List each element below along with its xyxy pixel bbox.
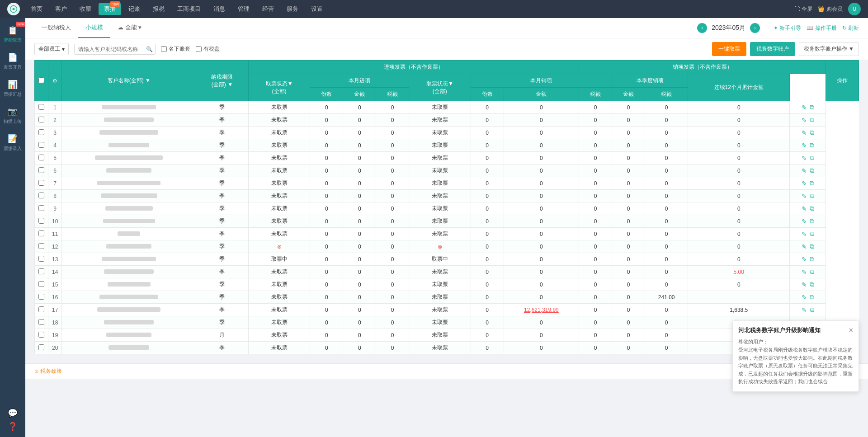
tab-一般纳税人[interactable]: 一般纳税人 bbox=[34, 18, 78, 38]
copy-icon[interactable]: ⧉ bbox=[810, 255, 814, 263]
select-all-checkbox[interactable] bbox=[38, 77, 44, 83]
copy-icon[interactable]: ⧉ bbox=[810, 268, 814, 276]
nav-business[interactable]: 工商项目 bbox=[172, 3, 206, 15]
settings-col-icon[interactable]: ⚙ bbox=[52, 78, 57, 84]
row-checkbox[interactable] bbox=[38, 129, 44, 135]
copy-icon[interactable]: ⧉ bbox=[810, 306, 814, 314]
row-checkbox[interactable] bbox=[38, 155, 44, 160]
copy-icon[interactable]: ⧉ bbox=[810, 103, 814, 111]
row-checkbox[interactable] bbox=[38, 306, 44, 312]
row-checkbox[interactable] bbox=[38, 294, 44, 300]
tax-policy-link[interactable]: ⊙ 税务政策 bbox=[34, 367, 62, 375]
fullscreen-btn[interactable]: ⛶ 全屏 bbox=[794, 5, 812, 13]
nav-invoice[interactable]: 票据 new bbox=[99, 3, 121, 15]
edit-icon[interactable]: ✎ bbox=[802, 193, 807, 200]
edit-icon[interactable]: ✎ bbox=[802, 230, 807, 238]
nav-receive[interactable]: 收票 bbox=[74, 3, 97, 15]
refresh-link[interactable]: ↻ 刷新 bbox=[842, 24, 859, 32]
sidebar-item-票据汇总[interactable]: 📊 票据汇总 bbox=[0, 76, 25, 101]
prev-month-btn[interactable]: ‹ bbox=[697, 23, 707, 33]
copy-icon[interactable]: ⧉ bbox=[810, 167, 814, 174]
copy-icon[interactable]: ⧉ bbox=[810, 129, 814, 136]
copy-icon[interactable]: ⧉ bbox=[810, 116, 814, 124]
nav-tax[interactable]: 报税 bbox=[147, 3, 170, 15]
check-xiamingxi-label[interactable]: 名下账套 bbox=[161, 45, 190, 53]
nav-settings[interactable]: 设置 bbox=[306, 3, 328, 15]
edit-icon[interactable]: ✎ bbox=[802, 306, 807, 314]
check-youshuipan[interactable] bbox=[196, 46, 202, 52]
row-in-tax: 0 bbox=[376, 152, 409, 164]
row-checkbox[interactable] bbox=[38, 205, 44, 211]
guide-link[interactable]: ✦ 新手引导 bbox=[774, 24, 801, 32]
shuiwu-action-btn[interactable]: 税务数字账户操作 ▼ bbox=[799, 42, 859, 56]
sidebar-item-发票开具[interactable]: 📄 发票开具 bbox=[0, 49, 25, 74]
row-checkbox[interactable] bbox=[38, 281, 44, 287]
user-avatar[interactable]: U bbox=[848, 3, 861, 15]
tab-小规模[interactable]: 小规模 bbox=[78, 18, 110, 38]
edit-icon[interactable]: ✎ bbox=[802, 205, 807, 212]
row-checkbox[interactable] bbox=[38, 243, 44, 249]
edit-icon[interactable]: ✎ bbox=[802, 142, 807, 149]
shuiwu-zhanghu-btn[interactable]: 税务数字账户 bbox=[750, 42, 795, 56]
row-checkbox[interactable] bbox=[38, 104, 44, 110]
row-checkbox[interactable] bbox=[38, 218, 44, 224]
copy-icon[interactable]: ⧉ bbox=[810, 154, 814, 162]
nav-message[interactable]: 消息 bbox=[208, 3, 231, 15]
search-icon[interactable]: 🔍 bbox=[146, 46, 153, 52]
edit-icon[interactable]: ✎ bbox=[802, 268, 807, 276]
manual-link[interactable]: 📖 操作手册 bbox=[807, 24, 836, 32]
copy-icon[interactable]: ⧉ bbox=[810, 205, 814, 212]
row-checkbox[interactable] bbox=[38, 332, 44, 338]
copy-icon[interactable]: ⧉ bbox=[810, 217, 814, 225]
row-checkbox[interactable] bbox=[38, 142, 44, 148]
nav-service[interactable]: 服务 bbox=[281, 3, 304, 15]
employee-select[interactable]: 全部员工 ▾ bbox=[34, 43, 69, 55]
copy-icon[interactable]: ⧉ bbox=[810, 243, 814, 250]
edit-icon[interactable]: ✎ bbox=[802, 129, 807, 136]
row-checkbox[interactable] bbox=[38, 193, 44, 198]
edit-icon[interactable]: ✎ bbox=[802, 243, 807, 250]
row-checkbox[interactable] bbox=[38, 167, 44, 173]
edit-icon[interactable]: ✎ bbox=[802, 218, 807, 225]
check-xiamingxi[interactable] bbox=[161, 46, 167, 52]
member-btn[interactable]: 👑 购会员 bbox=[818, 5, 843, 13]
check-youshuipan-label[interactable]: 有税盘 bbox=[196, 45, 220, 53]
row-checkbox[interactable] bbox=[38, 180, 44, 186]
copy-icon[interactable]: ⧉ bbox=[810, 179, 814, 187]
nav-operation[interactable]: 经营 bbox=[257, 3, 279, 15]
next-month-btn[interactable]: › bbox=[750, 23, 760, 33]
edit-icon[interactable]: ✎ bbox=[802, 104, 807, 111]
customer-search-input[interactable] bbox=[74, 44, 156, 55]
yijian-qupiao-btn[interactable]: 一键取票 bbox=[712, 42, 746, 56]
copy-icon[interactable]: ⧉ bbox=[810, 230, 814, 238]
help-bottom-icon[interactable]: ❓ bbox=[8, 422, 18, 432]
edit-icon[interactable]: ✎ bbox=[802, 167, 807, 174]
row-checkbox[interactable] bbox=[38, 268, 44, 274]
message-bottom-icon[interactable]: 💬 bbox=[8, 408, 18, 418]
edit-icon[interactable]: ✎ bbox=[802, 281, 807, 288]
sidebar-item-扫描上传[interactable]: 📷 扫描上传 bbox=[0, 103, 25, 128]
nav-home[interactable]: 首页 bbox=[25, 3, 48, 15]
copy-icon[interactable]: ⧉ bbox=[810, 281, 814, 288]
row-checkbox[interactable] bbox=[38, 319, 44, 325]
tab-全能[interactable]: ☁ 全能 ▾ bbox=[110, 18, 149, 38]
sidebar-item-票据录入[interactable]: 📝 票据录入 bbox=[0, 130, 25, 155]
copy-icon[interactable]: ⧉ bbox=[810, 192, 814, 200]
edit-icon[interactable]: ✎ bbox=[802, 180, 807, 187]
row-num: 4 bbox=[48, 139, 62, 152]
edit-icon[interactable]: ✎ bbox=[802, 155, 807, 162]
edit-icon[interactable]: ✎ bbox=[802, 256, 807, 263]
row-checkbox[interactable] bbox=[38, 344, 44, 350]
nav-accounting[interactable]: 记账 bbox=[123, 3, 146, 15]
copy-icon[interactable]: ⧉ bbox=[810, 293, 814, 301]
row-checkbox[interactable] bbox=[38, 256, 44, 262]
nav-customer[interactable]: 客户 bbox=[50, 3, 72, 15]
row-in-count: 0 bbox=[310, 101, 343, 114]
edit-icon[interactable]: ✎ bbox=[802, 294, 807, 301]
row-checkbox[interactable] bbox=[38, 117, 44, 122]
edit-icon[interactable]: ✎ bbox=[802, 117, 807, 124]
nav-manage[interactable]: 管理 bbox=[232, 3, 255, 15]
notif-close-btn[interactable]: × bbox=[849, 326, 853, 334]
row-checkbox[interactable] bbox=[38, 230, 44, 236]
copy-icon[interactable]: ⧉ bbox=[810, 141, 814, 149]
